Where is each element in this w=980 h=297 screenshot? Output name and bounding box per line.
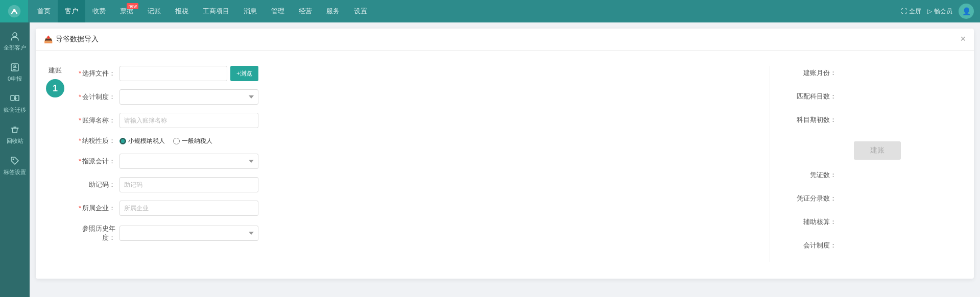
- history-year-label: 参照历史年度：: [75, 224, 115, 242]
- nav-item-settings[interactable]: 设置: [347, 0, 374, 22]
- nav-item-business[interactable]: 工商项目: [196, 0, 236, 22]
- tax-type-row: *纳税性质： 小规模纳税人 一般纳税人: [75, 136, 258, 145]
- accountant-select[interactable]: [119, 154, 258, 169]
- browse-button[interactable]: +浏览: [230, 66, 258, 81]
- accountant-label: *指派会计：: [75, 157, 115, 166]
- init-label: 科目期初数：: [791, 115, 836, 125]
- nav-item-manage[interactable]: 管理: [264, 0, 292, 22]
- memo-label: 助记码：: [75, 180, 115, 189]
- voucher-entry-row: 凭证分录数：: [791, 191, 964, 206]
- file-input-group: +浏览: [119, 66, 258, 81]
- ledger-name-label: *账簿名称：: [75, 116, 115, 125]
- form-fields: *选择文件： +浏览 *会计制度：: [75, 66, 258, 251]
- month-value: [841, 66, 964, 80]
- accounting-info-value: [841, 238, 964, 253]
- dialog-title: 导爷数据导入: [56, 35, 99, 44]
- history-year-select[interactable]: [119, 226, 258, 241]
- voucher-entry-value: [841, 191, 964, 206]
- tax-general-radio[interactable]: 一般纳税人: [173, 137, 212, 145]
- nav-item-operation[interactable]: 经营: [292, 0, 319, 22]
- dialog-body: 建账 1 *选择文件： +浏览: [36, 51, 974, 272]
- trash-icon: [9, 124, 20, 135]
- member-btn[interactable]: ▷ 畅会员: [927, 7, 952, 16]
- company-label: *所属企业：: [75, 204, 115, 213]
- fullscreen-btn[interactable]: ⛶ 全屏: [901, 7, 921, 16]
- tag-icon: [9, 155, 20, 166]
- nav-items: 首页 客户 收费 票据 new 记账 报税 工商项目 消息 管理 经营 服务 设…: [28, 0, 901, 22]
- file-input[interactable]: [119, 66, 227, 81]
- ledger-name-input[interactable]: [119, 113, 258, 128]
- memo-input[interactable]: [119, 177, 258, 192]
- accounting-system-label: *会计制度：: [75, 92, 115, 102]
- nav-item-tax[interactable]: 报税: [168, 0, 196, 22]
- tax-small-radio[interactable]: 小规模纳税人: [119, 137, 165, 145]
- svg-rect-5: [11, 95, 14, 101]
- top-nav: 首页 客户 收费 票据 new 记账 报税 工商项目 消息 管理 经营 服务 设…: [0, 0, 980, 22]
- member-icon: ▷: [927, 8, 932, 15]
- accounting-system-row: *会计制度：: [75, 89, 258, 105]
- nav-item-accounting[interactable]: 记账: [140, 0, 168, 22]
- user-icon: [9, 31, 20, 42]
- sidebar-item-zero-report[interactable]: 0申报: [0, 58, 30, 87]
- init-value: [841, 113, 964, 127]
- svg-point-2: [13, 33, 17, 37]
- sidebar-item-tag[interactable]: 标签设置: [0, 151, 30, 180]
- accounting-info-row: 会计制度：: [791, 238, 964, 253]
- avatar[interactable]: 👤: [959, 4, 974, 19]
- nav-item-invoice[interactable]: 票据 new: [113, 0, 140, 22]
- content-area: 📤 导爷数据导入 × 建账 1: [30, 22, 980, 297]
- sidebar-item-trash[interactable]: 回收站: [0, 120, 30, 149]
- file-label: *选择文件：: [75, 69, 115, 78]
- history-year-row: 参照历史年度：: [75, 224, 258, 242]
- init-row: 科目期初数：: [791, 113, 964, 127]
- info-panel: 建账月份： 匹配科目数： 科目期初数： 建账 凭证: [770, 66, 964, 262]
- nav-item-service[interactable]: 服务: [319, 0, 347, 22]
- svg-point-7: [13, 159, 14, 160]
- new-badge: new: [127, 3, 138, 9]
- fullscreen-icon: ⛶: [901, 8, 907, 15]
- sidebar: 全部客户 0申报 账套迁移: [0, 22, 30, 297]
- nav-item-home[interactable]: 首页: [30, 0, 58, 22]
- step-label: 建账: [49, 66, 62, 75]
- voucher-label: 凭证数：: [791, 170, 836, 180]
- file-row: *选择文件： +浏览: [75, 66, 258, 81]
- tax-radio-group: 小规模纳税人 一般纳税人: [119, 137, 258, 145]
- sidebar-item-migrate[interactable]: 账套迁移: [0, 89, 30, 118]
- nav-item-client[interactable]: 客户: [58, 0, 85, 22]
- build-account-button[interactable]: 建账: [854, 141, 901, 160]
- nav-item-message[interactable]: 消息: [236, 0, 264, 22]
- match-row: 匹配科目数：: [791, 89, 964, 104]
- avatar-icon: 👤: [962, 7, 971, 15]
- voucher-row: 凭证数：: [791, 168, 964, 182]
- main-layout: 全部客户 0申报 账套迁移: [0, 22, 980, 297]
- ledger-name-row: *账簿名称：: [75, 113, 258, 128]
- nav-item-fee[interactable]: 收费: [85, 0, 113, 22]
- accounting-info-label: 会计制度：: [791, 241, 836, 250]
- match-label: 匹配科目数：: [791, 92, 836, 101]
- company-input[interactable]: [119, 201, 258, 216]
- aux-label: 辅助核算：: [791, 217, 836, 227]
- aux-value: [841, 215, 964, 229]
- logo[interactable]: [0, 0, 28, 22]
- month-label: 建账月份：: [791, 68, 836, 78]
- nav-right: ⛶ 全屏 ▷ 畅会员 👤: [901, 4, 980, 19]
- tax-type-label: *纳税性质：: [75, 136, 115, 145]
- close-button[interactable]: ×: [960, 34, 966, 44]
- migrate-icon: [9, 93, 20, 104]
- form-panel: 建账 1 *选择文件： +浏览: [46, 66, 759, 262]
- voucher-value: [841, 168, 964, 182]
- accountant-row: *指派会计：: [75, 154, 258, 169]
- dialog-header: 📤 导爷数据导入 ×: [36, 29, 974, 51]
- match-value: [841, 89, 964, 104]
- memo-row: 助记码：: [75, 177, 258, 192]
- step-section: 建账 1: [46, 66, 64, 97]
- svg-point-4: [14, 65, 16, 67]
- build-btn-row: 建账: [791, 136, 964, 160]
- report-icon: [9, 62, 20, 73]
- aux-row: 辅助核算：: [791, 215, 964, 229]
- import-icon: 📤: [44, 35, 53, 43]
- accounting-system-select[interactable]: [119, 89, 258, 105]
- sidebar-item-all-clients[interactable]: 全部客户: [0, 27, 30, 56]
- dialog-card: 📤 导爷数据导入 × 建账 1: [36, 29, 974, 279]
- svg-point-1: [13, 9, 15, 12]
